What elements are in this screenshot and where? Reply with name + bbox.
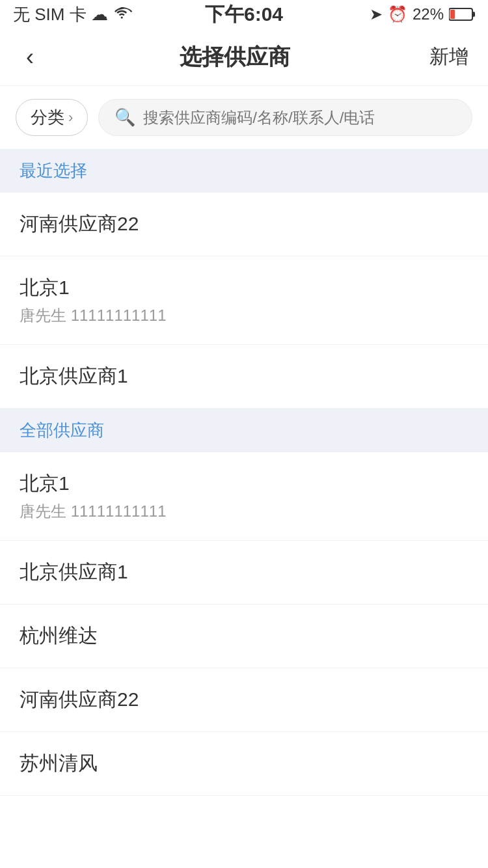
list-item[interactable]: 杭州维达 bbox=[0, 604, 488, 668]
page-title: 选择供应商 bbox=[180, 42, 290, 72]
item-name: 杭州维达 bbox=[20, 623, 468, 649]
battery-icon bbox=[449, 7, 475, 21]
recent-section-label: 最近选择 bbox=[20, 161, 87, 180]
item-name: 河南供应商22 bbox=[20, 211, 468, 237]
list-item[interactable]: 河南供应商22 bbox=[0, 193, 488, 256]
item-name: 苏州清风 bbox=[20, 750, 468, 777]
search-box: 🔍 bbox=[98, 99, 472, 136]
category-button[interactable]: 分类 › bbox=[16, 99, 88, 136]
chevron-right-icon: › bbox=[68, 109, 73, 126]
item-name: 北京1 bbox=[20, 275, 468, 301]
all-section-header: 全部供应商 bbox=[0, 409, 488, 452]
status-time: 下午6:04 bbox=[205, 1, 283, 28]
item-sub: 唐先生 11111111111 bbox=[20, 501, 468, 522]
item-name: 北京1 bbox=[20, 470, 468, 497]
item-name: 河南供应商22 bbox=[20, 686, 468, 713]
sim-label: 无 SIM 卡 ☁ bbox=[13, 3, 108, 26]
list-item[interactable]: 北京1 唐先生 11111111111 bbox=[0, 452, 488, 541]
search-input[interactable] bbox=[143, 109, 456, 127]
location-icon: ➤ bbox=[370, 5, 383, 23]
add-button[interactable]: 新增 bbox=[429, 44, 468, 70]
item-sub: 唐先生 11111111111 bbox=[20, 305, 468, 326]
item-name: 北京供应商1 bbox=[20, 559, 468, 586]
recent-items-list: 河南供应商22 北京1 唐先生 11111111111 北京供应商1 bbox=[0, 193, 488, 409]
category-label: 分类 bbox=[31, 106, 64, 129]
status-right: ➤ ⏰ 22% bbox=[370, 5, 475, 23]
search-icon: 🔍 bbox=[115, 107, 135, 128]
battery-label: 22% bbox=[413, 5, 444, 23]
list-item[interactable]: 北京供应商1 bbox=[0, 541, 488, 604]
list-item[interactable]: 北京1 唐先生 11111111111 bbox=[0, 256, 488, 345]
all-section-label: 全部供应商 bbox=[20, 420, 104, 440]
nav-bar: ‹ 选择供应商 新增 bbox=[0, 29, 488, 86]
list-item[interactable]: 苏州清风 bbox=[0, 732, 488, 796]
status-left: 无 SIM 卡 ☁ bbox=[13, 3, 133, 26]
svg-rect-1 bbox=[472, 12, 475, 17]
wifi-icon bbox=[115, 7, 133, 21]
back-button[interactable]: ‹ bbox=[20, 37, 40, 77]
status-bar: 无 SIM 卡 ☁ 下午6:04 ➤ ⏰ 22% bbox=[0, 0, 488, 29]
alarm-icon: ⏰ bbox=[388, 5, 407, 23]
list-item[interactable]: 河南供应商22 bbox=[0, 668, 488, 732]
filter-bar: 分类 › 🔍 bbox=[0, 86, 488, 149]
list-item[interactable]: 北京供应商1 bbox=[0, 345, 488, 409]
svg-rect-2 bbox=[450, 10, 455, 19]
all-items-list: 北京1 唐先生 11111111111 北京供应商1 杭州维达 河南供应商22 … bbox=[0, 452, 488, 796]
recent-section-header: 最近选择 bbox=[0, 149, 488, 193]
item-name: 北京供应商1 bbox=[20, 363, 468, 390]
